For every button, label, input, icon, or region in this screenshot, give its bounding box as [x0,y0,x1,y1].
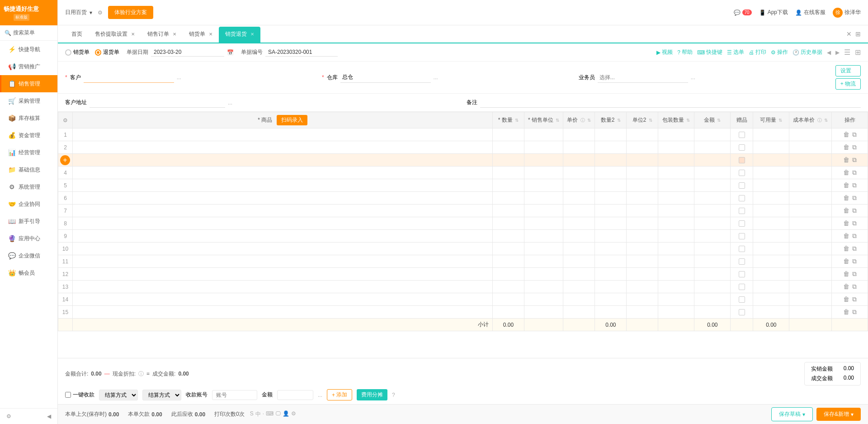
print-btn[interactable]: 🖨 打印 [749,48,766,56]
gift-checkbox[interactable] [739,233,745,239]
price-cell[interactable] [563,129,595,141]
settings-btn[interactable]: 设置 [835,65,861,76]
sidebar-item-member[interactable]: 👑 畅会员 [0,264,57,281]
copy-icon[interactable]: ⧉ [852,181,857,189]
topbar-settings-icon[interactable]: ⚙ [98,10,103,16]
tab-sales-order[interactable]: 销售订单 ✕ [141,27,183,43]
unit2-cell[interactable] [627,129,658,141]
gift-checkbox[interactable] [739,208,745,214]
tab-home[interactable]: 首页 [65,27,89,43]
gift-checkbox[interactable] [739,309,745,315]
warehouse-input[interactable] [340,72,431,83]
expense-btn[interactable]: 费用分摊 [357,389,387,400]
copy-icon[interactable]: ⧉ [852,283,857,291]
add-btn[interactable]: + 添加 [327,389,352,400]
delete-icon[interactable]: 🗑 [843,156,849,164]
copy-icon[interactable]: ⧉ [852,194,857,202]
tab-price-settings[interactable]: 售价提取设置 ✕ [89,27,141,43]
operate-btn[interactable]: ⚙ 操作 [771,48,788,56]
calc-method-select[interactable]: 结算方式 [142,390,181,400]
delete-icon[interactable]: 🗑 [843,308,849,316]
settle-method-select[interactable]: 结算方式 [99,390,138,400]
qty2-cell[interactable] [595,129,627,141]
product-cell[interactable] [73,129,493,141]
view-grid-icon[interactable]: ⊞ [855,48,861,57]
copy-icon[interactable]: ⧉ [852,270,857,278]
tab-return[interactable]: 销货退货 ✕ [219,27,260,43]
view-list-icon[interactable]: ☰ [844,48,850,57]
sidebar-item-quicknav[interactable]: ⚡ 快捷导航 [0,41,57,58]
sidebar-item-marketing[interactable]: 📢 营销推广 [0,58,57,75]
copy-icon[interactable]: ⧉ [852,143,857,151]
gift-checkbox[interactable] [739,157,745,163]
amount-cell[interactable] [694,129,731,141]
copy-icon[interactable]: ⧉ [852,207,857,214]
copy-icon[interactable]: ⧉ [852,156,857,164]
tab-menu-icon[interactable]: ⊞ [855,30,861,38]
copy-icon[interactable]: ⧉ [852,169,857,176]
logistics-btn[interactable]: + 物流 [835,78,861,90]
product-input[interactable] [76,132,489,138]
tab-sales-order-close[interactable]: ✕ [173,32,176,37]
sidebar-item-appcenter[interactable]: 🔮 应用中心 [0,230,57,247]
address-input[interactable] [90,97,225,108]
pkgqty-cell[interactable] [658,129,694,141]
sidebar-item-enterprise[interactable]: 🤝 企业协同 [0,195,57,213]
gift-checkbox[interactable] [739,220,745,227]
copy-icon[interactable]: ⧉ [852,232,857,240]
delete-icon[interactable]: 🗑 [843,245,849,252]
sidebar-item-purchase[interactable]: 🛒 采购管理 [0,92,57,110]
save-draft-btn[interactable]: 保存草稿 ▾ [771,407,813,421]
amount-input[interactable] [277,390,313,400]
delete-icon[interactable]: 🗑 [843,257,849,265]
user-profile[interactable]: 徐 徐泽华 [833,8,861,18]
sidebar-item-basic[interactable]: 📁 基础信息 [0,161,57,178]
cost-cell[interactable] [789,129,832,141]
sidebar-item-finance[interactable]: 💰 资金管理 [0,127,57,144]
customer-input[interactable] [84,72,174,83]
tab-sales[interactable]: 销货单 ✕ [183,27,219,43]
address-dots[interactable]: ... [228,100,232,106]
gift-checkbox[interactable] [739,296,745,303]
gift-checkbox[interactable] [739,271,745,277]
product-cell-active[interactable] [73,154,493,167]
remark-input[interactable] [480,97,861,108]
sidebar-item-system[interactable]: ⚙ 系统管理 [0,178,57,195]
sidebar-item-newguide[interactable]: 📖 新手引导 [0,213,57,230]
sidebar-item-inventory[interactable]: 📦 库存核算 [0,110,57,127]
sidebar-item-weixin[interactable]: 💬 企业微信 [0,247,57,264]
gift-checkbox[interactable] [739,195,745,201]
delete-icon[interactable]: 🗑 [843,131,849,138]
copy-icon[interactable]: ⧉ [852,131,857,138]
delete-icon[interactable]: 🗑 [843,194,849,202]
next-record-icon[interactable]: ▶ [835,49,840,56]
gift-checkbox[interactable] [739,284,745,290]
copy-icon[interactable]: ⧉ [852,219,857,227]
delete-icon[interactable]: 🗑 [843,295,849,303]
video-btn[interactable]: ▶ 视频 [656,48,673,56]
product-input-active[interactable] [76,157,489,163]
gear-icon[interactable]: ⚙ [63,117,68,124]
one-click-checkbox[interactable] [65,392,71,398]
copy-icon[interactable]: ⧉ [852,257,857,265]
online-service-btn[interactable]: 👤 在线客服 [795,9,826,16]
delete-icon[interactable]: 🗑 [843,169,849,176]
shortcut-btn[interactable]: ⌨ 快捷键 [697,48,722,56]
tab-sales-close[interactable]: ✕ [209,32,212,37]
number-input[interactable] [265,48,338,57]
delete-icon[interactable]: 🗑 [843,283,849,291]
gift-checkbox[interactable] [739,132,745,138]
account-input[interactable] [212,390,257,400]
calendar-icon[interactable]: 📅 [227,49,234,56]
delete-icon[interactable]: 🗑 [843,232,849,240]
qty-cell[interactable] [492,129,524,141]
product-cell[interactable] [73,141,493,154]
history-btn[interactable]: 🕐 历史单据 [793,48,822,56]
scan-btn[interactable]: 扫码录入 [277,115,307,125]
warehouse-dots[interactable]: ... [434,74,438,81]
delete-icon[interactable]: 🗑 [843,207,849,214]
gift-checkbox[interactable] [739,182,745,189]
app-download-btn[interactable]: 📱 App下载 [759,9,788,16]
tab-return-close[interactable]: ✕ [250,32,254,37]
copy-icon[interactable]: ⧉ [852,245,857,252]
